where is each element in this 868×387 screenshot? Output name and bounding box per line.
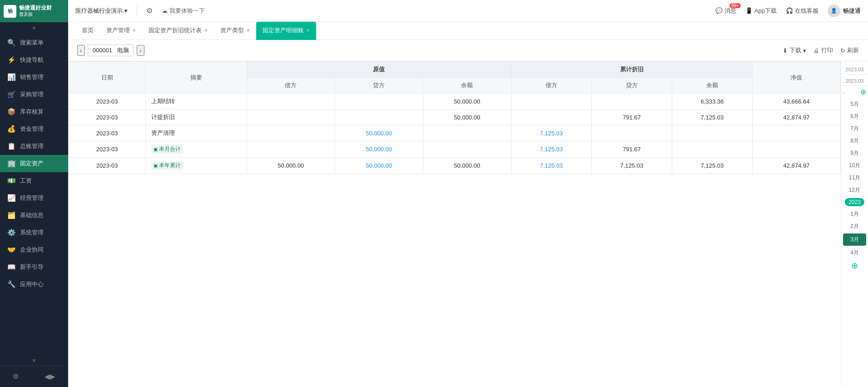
user-area: 👤 畅捷通 [828,5,861,17]
print-action[interactable]: 🖨 打印 [813,46,833,55]
tabbar: 首页 资产管理 × 固定资产折旧统计表 × 资产类型 × 固定资产明细账 × [68,22,868,40]
service-label: 在线客服 [795,7,818,15]
download-action-label: 下载 [789,46,801,55]
base-icon: 🗂️ [7,211,15,219]
table-row: 2023-03 ▣本年累计 50,000.00 50,000.00 50,000… [69,158,841,174]
company-name: 医疗器械行业演示 [75,7,123,15]
tab-close-icon[interactable]: × [204,27,208,34]
experience-button[interactable]: ☁ 我要体验一下 [162,7,205,15]
timeline-year-badge[interactable]: 2023 [845,198,864,206]
download-action[interactable]: ⬇ 下载 ▾ [783,46,806,55]
cell-credit2 [591,94,672,109]
sidebar-item-fixed[interactable]: 🏢 固定资产 [0,155,68,172]
timeline-month-4[interactable]: 4月 [841,247,868,259]
tab-close-icon[interactable]: × [133,27,136,34]
sidebar-item-label: 固定资产 [20,159,44,168]
sidebar-item-system[interactable]: ⚙️ 系统管理 [0,224,68,241]
tab-asset-detail[interactable]: 固定资产明细账 × [256,22,316,40]
sidebar-item-label: 采购管理 [20,90,44,99]
tab-close-icon[interactable]: × [247,27,250,34]
sidebar-item-collab[interactable]: 🤝 企业协同 [0,241,68,258]
sidebar-item-search[interactable]: 🔍 搜索菜单 [0,34,68,51]
timeline-month-1[interactable]: 1月 [841,208,868,220]
tab-home-label: 首页 [82,26,94,35]
download-action-icon: ⬇ [783,47,788,54]
timeline-month-2[interactable]: 2月 [841,220,868,233]
settings-button[interactable]: ⚙ [8,370,23,383]
timeline-month-11[interactable]: 11月 [841,172,868,184]
cell-summary: 资产清理 [146,125,247,141]
inventory-icon: 📦 [7,108,15,116]
timeline-month-3[interactable]: 3月 [843,233,866,246]
ledger-icon: 📋 [7,142,15,150]
cell-debit1 [247,125,335,141]
cell-balance2: 6,333.36 [672,94,752,109]
next-asset-button[interactable]: › [137,45,144,56]
tab-label: 资产管理 [106,26,130,35]
sidebar-item-purchase[interactable]: 🛒 采购管理 [0,86,68,103]
app-logo: 畅 畅捷通好业财 普及版 [0,0,68,22]
timeline-month-12[interactable]: 12月 [841,184,868,196]
sidebar-item-label: 基础信息 [20,211,44,219]
sidebar-item-quicknav[interactable]: ⚡ 快捷导航 [0,51,68,69]
operation-icon: 📈 [7,194,15,202]
message-button[interactable]: 💬 消息 99+ [715,7,736,15]
cell-debit2: 7,125.03 [511,158,591,174]
cell-net: 43,666.64 [752,94,840,109]
fund-icon: 💰 [7,125,15,133]
appcenter-icon: 🔧 [7,280,15,288]
timeline-expand-icon[interactable]: ⊕ [860,88,866,96]
table-row: 2023-03 上期结转 50,000.00 6,333.36 43,666.6… [69,94,841,109]
timeline-month-10[interactable]: 10月 [841,159,868,172]
timeline-month-9[interactable]: 9月 [841,147,868,159]
timeline-month-7[interactable]: 7月 [841,123,868,135]
quicknav-icon: ⚡ [7,56,15,64]
sidebar-item-fund[interactable]: 💰 资金管理 [0,120,68,138]
cell-credit1: 50,000.00 [335,141,423,158]
service-button[interactable]: 🎧 在线客服 [786,7,818,15]
prev-asset-button[interactable]: ‹ [77,45,85,56]
cell-credit1: 50,000.00 [335,158,423,174]
topbar-settings-icon[interactable]: ⚙ [146,6,153,15]
tab-asset-mgmt[interactable]: 资产管理 × [100,22,142,40]
fixed-icon: 🏢 [7,159,15,168]
sidebar-item-base[interactable]: 🗂️ 基础信息 [0,207,68,224]
sidebar-scroll-up[interactable]: ▲ [0,22,68,32]
timeline-header1: 2023.03 [841,65,868,74]
sidebar-item-salary[interactable]: 💵 工资 [0,172,68,189]
cell-credit2: 791.67 [591,109,672,125]
tab-label: 固定资产明细账 [263,26,304,35]
sidebar-item-sales[interactable]: 📊 销售管理 [0,69,68,86]
timeline-collapse-icon[interactable]: › [843,89,845,96]
tab-close-icon[interactable]: × [307,27,310,34]
tab-home[interactable]: 首页 [75,22,100,40]
refresh-action[interactable]: ↻ 刷新 [840,46,859,55]
timeline-month-8[interactable]: 8月 [841,135,868,147]
tab-depreciation[interactable]: 固定资产折旧统计表 × [142,22,214,40]
sidebar-item-guide[interactable]: 📖 新手引导 [0,258,68,276]
cell-debit2 [511,109,591,125]
topbar-right: 💬 消息 99+ 📱 App下载 🎧 在线客服 👤 畅捷通 [715,5,861,17]
company-selector[interactable]: 医疗器械行业演示 ▾ [75,7,128,15]
th-balance1: 余额 [423,78,511,94]
sidebar-item-operation[interactable]: 📈 经营管理 [0,189,68,207]
sidebar-item-label: 搜索菜单 [20,39,44,47]
table-row: 2023-03 ▣本月合计 50,000.00 7,125.03 791.67 [69,141,841,158]
cell-summary: 计提折旧 [146,109,247,125]
sidebar-item-ledger[interactable]: 📋 总账管理 [0,138,68,155]
timeline-month-6[interactable]: 6月 [841,110,868,123]
sidebar-item-appcenter[interactable]: 🔧 应用中心 [0,276,68,293]
tab-asset-type[interactable]: 资产类型 × [214,22,256,40]
timeline-month-5[interactable]: 5月 [841,98,868,110]
summary-tag: ▣本年累计 [151,161,183,170]
th-credit2: 贷方 [591,78,672,94]
download-button[interactable]: 📱 App下载 [745,7,777,15]
th-original-value: 原值 [247,62,511,78]
topbar: 医疗器械行业演示 ▾ ⚙ ☁ 我要体验一下 💬 消息 99+ 📱 App下载 🎧… [68,0,868,22]
sidebar-item-inventory[interactable]: 📦 库存核算 [0,103,68,120]
collapse-button[interactable]: ◀▶ [40,370,60,383]
sidebar-scroll-down[interactable]: ▼ [0,356,68,366]
asset-code: 000001 [93,47,112,54]
timeline-scroll-down[interactable]: ⊕ [851,261,858,271]
table-container: 日期 摘要 原值 累计折旧 净值 借方 贷方 余额 借方 贷方 余额 [68,61,841,387]
